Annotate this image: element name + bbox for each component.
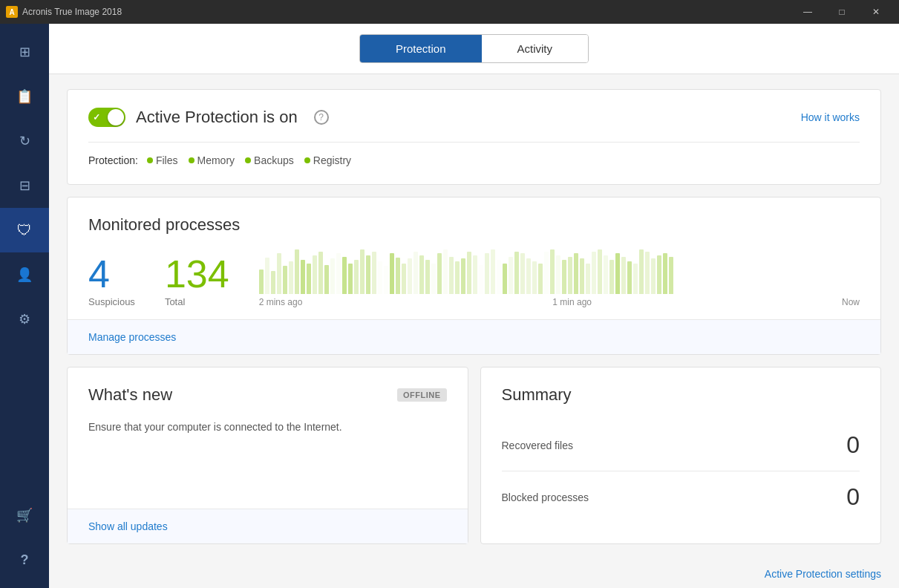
chart-bar <box>615 253 620 294</box>
tab-group: Protection Activity <box>359 34 589 63</box>
chart-bar <box>307 264 311 294</box>
how-it-works-link[interactable]: How it works <box>801 111 860 123</box>
chart-bar <box>431 264 436 294</box>
chart-bar <box>639 249 644 294</box>
chart-bar <box>526 258 531 294</box>
sync-icon: ↻ <box>19 133 30 149</box>
chart-bar <box>324 265 329 294</box>
protection-settings-link[interactable]: Active Protection settings <box>765 568 881 580</box>
chart-bar <box>609 260 614 294</box>
app-icon: A <box>6 6 18 18</box>
chart-bar <box>657 255 661 294</box>
chart-bar <box>402 264 406 294</box>
store-icon: 🛒 <box>16 507 33 523</box>
tag-registry: Registry <box>304 154 351 166</box>
monitored-stats: 4 Suspicious 134 Total 2 mins ago 1 min … <box>88 249 860 307</box>
chart-bar <box>491 249 495 294</box>
chart-bar <box>455 261 460 294</box>
help-circle-icon[interactable]: ? <box>314 110 329 125</box>
chart-bar <box>621 257 626 294</box>
backup-icon: 📋 <box>16 88 33 105</box>
chart-bar <box>265 258 269 294</box>
chart-bar <box>479 265 483 294</box>
chart-bar <box>514 252 519 294</box>
chart-bar <box>295 249 299 294</box>
protection-card-header: ✓ Active Protection is on ? How it works <box>88 108 860 127</box>
tag-backups: Backups <box>245 154 294 166</box>
tab-protection[interactable]: Protection <box>360 35 482 62</box>
account-icon: 👤 <box>16 267 33 283</box>
active-protection-toggle[interactable]: ✓ <box>88 108 125 127</box>
show-updates-row: Show all updates <box>68 509 468 543</box>
sidebar-item-protection[interactable]: 🛡 <box>0 208 49 252</box>
recovered-files-value: 0 <box>846 431 860 459</box>
chart-bar <box>277 253 281 294</box>
sidebar-item-settings[interactable]: ⚙ <box>0 297 49 342</box>
suspicious-value: 4 <box>88 255 135 293</box>
sidebar-item-account[interactable]: 👤 <box>0 252 49 297</box>
tab-activity[interactable]: Activity <box>482 35 589 62</box>
chart-bar <box>550 249 555 294</box>
protection-title: Active Protection is on <box>136 108 298 127</box>
chart-bar <box>580 258 584 294</box>
chart-bar <box>396 258 400 294</box>
chart-bar <box>473 255 477 294</box>
chart-bars <box>259 249 860 294</box>
chart-bar <box>413 252 418 294</box>
minimize-button[interactable]: — <box>791 0 825 24</box>
chart-bar <box>378 261 382 294</box>
manage-processes-link[interactable]: Manage processes <box>88 331 176 343</box>
show-updates-link[interactable]: Show all updates <box>88 520 168 532</box>
chart-bar <box>520 253 525 294</box>
total-value: 134 <box>165 255 229 293</box>
timeline-right: Now <box>842 297 860 307</box>
titlebar-left: A Acronis True Image 2018 <box>6 6 122 18</box>
chart-bar <box>467 252 471 294</box>
footer-row: Active Protection settings <box>49 559 899 588</box>
cards-area: ✓ Active Protection is on ? How it works… <box>49 74 899 559</box>
bottom-row: What's new OFFLINE Ensure that your comp… <box>67 367 881 544</box>
chart-bar <box>289 261 293 294</box>
chart-bar <box>443 249 448 294</box>
chart-bar <box>336 253 341 294</box>
chart-bar <box>366 255 370 294</box>
chart-bar <box>408 258 412 294</box>
whats-new-text: Ensure that your computer is connected t… <box>88 419 447 509</box>
chart-bar <box>354 260 359 294</box>
chart-bar <box>604 255 608 294</box>
summary-title: Summary <box>502 385 860 405</box>
recovered-files-label: Recovered files <box>502 440 574 451</box>
sidebar-item-help[interactable]: ? <box>0 538 49 582</box>
chart-bar <box>568 257 572 294</box>
app-container: ⊞ 📋 ↻ ⊟ 🛡 👤 ⚙ 🛒 ? Prot <box>0 24 899 588</box>
total-stat: 134 Total <box>165 255 229 307</box>
chart-timeline: 2 mins ago 1 min ago Now <box>259 297 860 307</box>
chart-bar <box>425 260 430 294</box>
sidebar-item-dashboard[interactable]: ⊞ <box>0 30 49 74</box>
monitored-title: Monitored processes <box>88 215 860 235</box>
chart-bar <box>342 257 347 294</box>
chart-bar <box>348 264 353 294</box>
sidebar-item-store[interactable]: 🛒 <box>0 493 49 538</box>
chart-bar <box>544 252 549 294</box>
chart-bar <box>283 266 287 294</box>
chart-bar <box>461 258 465 294</box>
sidebar-item-backup[interactable]: 📋 <box>0 74 49 119</box>
timeline-mid: 1 min ago <box>552 297 592 307</box>
toggle-check-icon: ✓ <box>93 112 100 122</box>
chart-bar <box>538 264 543 294</box>
blocked-processes-value: 0 <box>846 483 860 511</box>
total-label: Total <box>165 296 229 307</box>
titlebar-controls: — □ ✕ <box>791 0 893 24</box>
chart-bar <box>271 271 275 294</box>
sidebar-item-sync[interactable]: ↻ <box>0 119 49 163</box>
protection-title-row: ✓ Active Protection is on ? <box>88 108 329 127</box>
close-button[interactable]: ✕ <box>859 0 893 24</box>
whats-new-title: What's new <box>88 385 172 405</box>
suspicious-stat: 4 Suspicious <box>88 255 135 307</box>
app-title: Acronis True Image 2018 <box>22 7 122 17</box>
suspicious-label: Suspicious <box>88 296 135 307</box>
maximize-button[interactable]: □ <box>825 0 859 24</box>
help-icon: ? <box>21 552 29 568</box>
sidebar-item-tools[interactable]: ⊟ <box>0 163 49 208</box>
